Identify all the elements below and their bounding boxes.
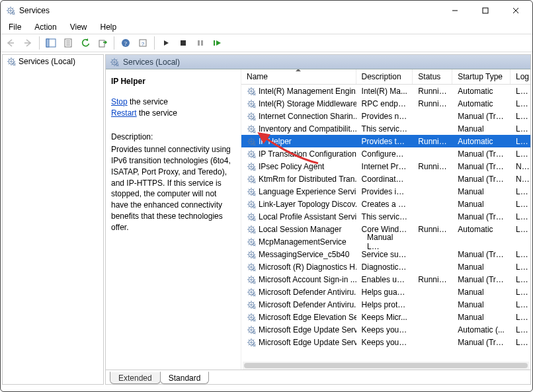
service-logon-as: Loc: [511, 112, 530, 121]
forward-button[interactable]: [20, 36, 35, 50]
column-status[interactable]: Status: [413, 69, 452, 84]
service-row[interactable]: Microsoft Defender Antiviru...Helps guar…: [241, 286, 530, 298]
tab-extended[interactable]: Extended: [110, 372, 161, 384]
service-icon: [247, 200, 256, 209]
service-row[interactable]: Internet Connection Sharin...Provides ne…: [241, 110, 530, 122]
svg-rect-13: [198, 40, 200, 46]
start-service-button[interactable]: [159, 36, 173, 50]
column-name[interactable]: Name: [241, 69, 356, 84]
service-description: Keeps your ...: [356, 325, 413, 334]
service-row[interactable]: Microsoft Edge Update Serv...Keeps your …: [241, 323, 530, 336]
service-row[interactable]: Microsoft Account Sign-in ...Enables use…: [241, 273, 530, 286]
column-description[interactable]: Description: [356, 69, 413, 84]
tree-root-services-local[interactable]: Services (Local): [3, 55, 103, 68]
service-logon-as: Loc: [511, 338, 530, 347]
service-icon: [247, 149, 256, 159]
service-logon-as: Loc: [511, 212, 530, 221]
service-startup-type: Manual: [452, 262, 511, 272]
service-row[interactable]: Inventory and Compatibilit...This servic…: [241, 122, 530, 135]
service-icon: [247, 225, 256, 234]
tree-root-label: Services (Local): [19, 57, 75, 66]
service-row[interactable]: Microsoft (R) Diagnostics H...Diagnostic…: [241, 260, 530, 273]
service-row[interactable]: Intel(R) Management Engin...Intel(R) Ma.…: [241, 85, 530, 97]
column-startup-type[interactable]: Startup Type: [452, 69, 511, 84]
service-status: Running: [413, 162, 452, 171]
maximize-button[interactable]: [470, 1, 501, 20]
menu-help[interactable]: Help: [94, 21, 124, 33]
horizontal-scrollbar[interactable]: [243, 362, 529, 370]
service-row[interactable]: Microsoft Defender Antiviru...Helps prot…: [241, 298, 530, 311]
stop-link[interactable]: Stop: [111, 97, 128, 106]
service-row[interactable]: McpManagementServiceManualLoc: [241, 235, 530, 248]
service-startup-type: Manual: [452, 300, 511, 309]
back-button[interactable]: [3, 36, 18, 50]
service-name: Local Profile Assistant Service: [259, 212, 356, 221]
service-description: Keeps your ...: [356, 338, 413, 347]
show-hide-tree-button[interactable]: [44, 36, 58, 50]
service-row[interactable]: Intel(R) Storage Middleware...RPC endpoi…: [241, 97, 530, 110]
export-button[interactable]: [95, 36, 110, 50]
service-row[interactable]: IP Translation Configuration...Configure…: [241, 147, 530, 160]
properties-button[interactable]: [61, 36, 75, 50]
status-strip: [1, 386, 532, 391]
minimize-button[interactable]: [440, 1, 470, 20]
services-icon: [110, 58, 119, 67]
pause-service-button[interactable]: [193, 36, 208, 50]
service-row[interactable]: Language Experience ServiceProvides inf.…: [241, 185, 530, 198]
menu-view[interactable]: View: [63, 21, 94, 33]
close-button[interactable]: [501, 1, 531, 20]
service-icon: [247, 187, 256, 196]
service-logon-as: Loc: [511, 288, 530, 297]
restart-service-button[interactable]: [210, 36, 225, 50]
service-name: Microsoft Edge Update Serv...: [259, 325, 356, 334]
service-icon: [247, 112, 256, 121]
service-logon-as: Loc: [511, 300, 530, 309]
service-description: Helps guard...: [356, 288, 413, 297]
service-logon-as: Net: [511, 162, 530, 171]
selected-service-name: IP Helper: [111, 76, 235, 87]
service-row[interactable]: Microsoft Edge Elevation Se...Keeps Micr…: [241, 311, 530, 323]
menu-file[interactable]: File: [2, 21, 28, 33]
help-button[interactable]: ?: [118, 36, 133, 50]
description-label: Description:: [111, 132, 235, 143]
tab-standard[interactable]: Standard: [160, 372, 210, 384]
titlebar: Services: [1, 1, 532, 20]
service-row[interactable]: KtmRm for Distributed Tran...Coordinates…: [241, 173, 530, 185]
toolbar-separator: [39, 36, 40, 50]
service-row[interactable]: Link-Layer Topology Discov...Creates a N…: [241, 198, 530, 210]
console-tree[interactable]: Services (Local): [2, 54, 104, 385]
service-description: Coordinates...: [356, 175, 413, 184]
service-startup-type: Automatic: [452, 225, 511, 234]
service-startup-type: Manual (Trig...: [452, 175, 511, 184]
service-icon: [247, 313, 256, 322]
column-logon-as[interactable]: Log: [511, 69, 530, 84]
restart-link[interactable]: Restart: [111, 108, 137, 118]
service-row[interactable]: Local Profile Assistant ServiceThis serv…: [241, 210, 530, 223]
services-list: Name Description Status Startup Type Log…: [241, 69, 530, 370]
service-name: McpManagementService: [259, 237, 347, 247]
service-description: Provides inf...: [356, 187, 413, 196]
pane-body: IP Helper Stop the service Restart the s…: [106, 69, 530, 370]
service-status: Running: [413, 87, 452, 96]
pane-header-title: Services (Local): [123, 58, 180, 67]
service-icon: [247, 325, 256, 334]
menu-action[interactable]: Action: [28, 21, 63, 33]
svg-text:?: ?: [142, 41, 145, 47]
service-row[interactable]: Microsoft Edge Update Serv...Keeps your …: [241, 336, 530, 348]
help-secondary-button[interactable]: ?: [136, 36, 150, 50]
service-name: Microsoft Edge Elevation Se...: [259, 313, 356, 322]
svg-text:?: ?: [124, 40, 127, 47]
service-name: IP Helper: [259, 137, 292, 146]
service-icon: [247, 300, 256, 309]
service-status: Running: [413, 225, 452, 234]
service-row[interactable]: MessagingService_c5b40Service sup...Manu…: [241, 248, 530, 260]
service-logon-as: Loc: [511, 149, 530, 159]
service-row[interactable]: IP HelperProvides tu...RunningAutomaticL…: [241, 135, 530, 147]
service-logon-as: Loc: [511, 137, 530, 146]
scrollbar-thumb[interactable]: [244, 363, 528, 368]
stop-service-button[interactable]: [176, 36, 190, 50]
svg-rect-12: [181, 40, 186, 46]
service-row[interactable]: IPsec Policy AgentInternet Pro...Running…: [241, 160, 530, 173]
refresh-button[interactable]: [78, 36, 93, 50]
service-startup-type: Manual: [452, 288, 511, 297]
